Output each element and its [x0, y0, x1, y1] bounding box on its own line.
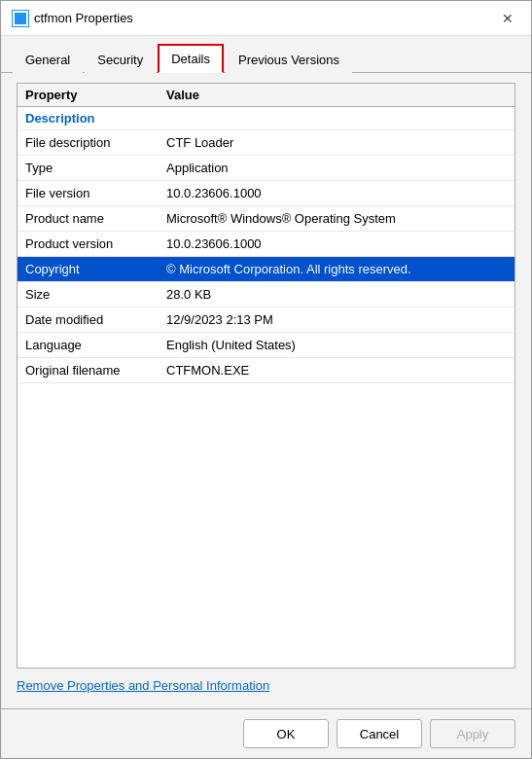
- row-property: Product version: [25, 236, 166, 251]
- table-row[interactable]: Size 28.0 KB: [18, 282, 514, 307]
- footer: OK Cancel Apply: [1, 708, 531, 758]
- table-row[interactable]: File version 10.0.23606.1000: [18, 181, 514, 206]
- section-description-label: Description: [18, 107, 514, 130]
- properties-window: ctfmon Properties ✕ General Security Det…: [0, 0, 532, 759]
- value-column-header: Value: [166, 88, 507, 102]
- tab-bar: General Security Details Previous Versio…: [1, 36, 531, 73]
- row-value: 10.0.23606.1000: [166, 186, 507, 200]
- ok-button[interactable]: OK: [243, 719, 329, 748]
- file-icon: [13, 11, 28, 26]
- row-property: Type: [25, 161, 166, 175]
- cancel-button[interactable]: Cancel: [337, 719, 422, 748]
- row-property: Product name: [25, 211, 166, 226]
- tab-security[interactable]: Security: [85, 46, 156, 73]
- table-row[interactable]: Language English (United States): [18, 333, 514, 358]
- title-bar: ctfmon Properties ✕: [1, 1, 531, 36]
- row-value: © Microsoft Corporation. All rights rese…: [166, 262, 507, 276]
- window-title: ctfmon Properties: [34, 11, 133, 25]
- row-property: File version: [25, 186, 166, 200]
- row-value: CTFMON.EXE: [166, 363, 507, 378]
- apply-button[interactable]: Apply: [430, 719, 515, 748]
- table-row[interactable]: Product name Microsoft® Windows® Operati…: [18, 206, 514, 232]
- table-row[interactable]: File description CTF Loader: [18, 130, 514, 156]
- link-area: Remove Properties and Personal Informati…: [17, 669, 515, 699]
- content-area: Property Value Description File descript…: [1, 73, 531, 708]
- properties-table: Property Value Description File descript…: [17, 83, 515, 669]
- row-value: Application: [166, 161, 507, 175]
- row-value: CTF Loader: [166, 135, 507, 150]
- tab-previous-versions[interactable]: Previous Versions: [226, 46, 352, 73]
- title-bar-left: ctfmon Properties: [13, 11, 133, 26]
- row-property: Size: [25, 287, 166, 302]
- close-button[interactable]: ✕: [496, 7, 519, 30]
- tab-details[interactable]: Details: [158, 44, 224, 73]
- row-value: 28.0 KB: [166, 287, 507, 302]
- row-property: Copyright: [25, 262, 166, 276]
- table-row[interactable]: Type Application: [18, 156, 514, 181]
- row-property: Date modified: [25, 312, 166, 327]
- table-row[interactable]: Original filename CTFMON.EXE: [18, 358, 514, 383]
- row-property: File description: [25, 135, 166, 150]
- property-column-header: Property: [25, 88, 166, 102]
- table-row[interactable]: Product version 10.0.23606.1000: [18, 232, 514, 257]
- row-value: 10.0.23606.1000: [166, 236, 507, 251]
- table-header: Property Value: [18, 84, 514, 107]
- remove-properties-link[interactable]: Remove Properties and Personal Informati…: [17, 678, 269, 693]
- row-property: Language: [25, 338, 166, 352]
- row-value: English (United States): [166, 338, 507, 352]
- row-value: Microsoft® Windows® Operating System: [166, 211, 507, 226]
- tab-general[interactable]: General: [13, 46, 83, 73]
- row-value: 12/9/2023 2:13 PM: [166, 312, 507, 327]
- table-row[interactable]: Date modified 12/9/2023 2:13 PM: [18, 307, 514, 333]
- table-row-selected[interactable]: Copyright © Microsoft Corporation. All r…: [18, 257, 514, 282]
- row-property: Original filename: [25, 363, 166, 378]
